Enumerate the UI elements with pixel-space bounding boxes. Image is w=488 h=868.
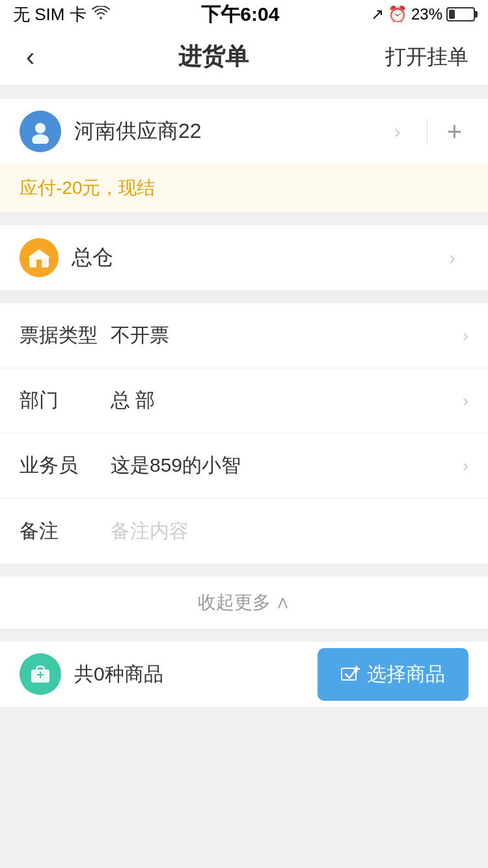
- svg-rect-4: [36, 260, 42, 267]
- back-button[interactable]: ‹: [20, 36, 41, 78]
- bottom-section: 共0种商品 选择商品: [0, 642, 488, 707]
- supplier-section[interactable]: 河南供应商22 › +: [0, 99, 488, 164]
- salesperson-value: 这是859的小智: [111, 452, 463, 479]
- supplier-avatar: [20, 111, 61, 152]
- gap-1: [0, 86, 488, 99]
- warehouse-section[interactable]: 总仓 ›: [0, 225, 488, 290]
- notice-text: 应付-20元，现结: [20, 178, 155, 198]
- location-icon: ↗: [371, 5, 384, 23]
- warehouse-name: 总仓: [72, 243, 449, 272]
- alarm-icon: ⏰: [388, 5, 407, 23]
- warehouse-icon: [20, 238, 59, 277]
- product-icon: [20, 653, 61, 695]
- page-rest: [0, 707, 488, 868]
- svg-point-1: [32, 134, 49, 144]
- remark-input[interactable]: 备注内容: [111, 518, 468, 545]
- supplier-name: 河南供应商22: [74, 117, 394, 146]
- open-pending-button[interactable]: 打开挂单: [385, 43, 468, 72]
- notice-bar: 应付-20元，现结: [0, 164, 488, 212]
- invoice-row[interactable]: 票据类型 不开票 ›: [0, 303, 488, 368]
- invoice-value: 不开票: [111, 322, 463, 349]
- collapse-section[interactable]: 收起更多 ∧: [0, 576, 488, 629]
- dept-chevron-icon: ›: [463, 390, 468, 411]
- dept-label: 部门: [20, 387, 111, 414]
- warehouse-chevron-icon: ›: [449, 247, 455, 269]
- add-supplier-button[interactable]: +: [441, 117, 468, 146]
- supplier-chevron-icon: ›: [394, 120, 401, 142]
- collapse-label[interactable]: 收起更多 ∧: [198, 590, 291, 615]
- salesperson-chevron-icon: ›: [463, 455, 468, 476]
- svg-point-0: [35, 123, 46, 133]
- vertical-divider: [427, 118, 427, 144]
- status-bar: 无 SIM 卡 下午6:04 ↗ ⏰ 23%: [0, 0, 488, 29]
- invoice-chevron-icon: ›: [463, 325, 468, 346]
- select-product-label: 选择商品: [367, 661, 445, 688]
- salesperson-row[interactable]: 业务员 这是859的小智 ›: [0, 433, 488, 498]
- wifi-icon: [92, 5, 110, 25]
- select-product-button[interactable]: 选择商品: [318, 648, 468, 701]
- page-title: 进货单: [178, 41, 249, 73]
- form-section: 票据类型 不开票 › 部门 总 部 › 业务员 这是859的小智 › 备注 备注…: [0, 303, 488, 563]
- invoice-label: 票据类型: [20, 322, 111, 349]
- product-count-text: 共0种商品: [74, 661, 318, 688]
- status-time: 下午6:04: [201, 1, 279, 28]
- carrier-text: 无 SIM 卡: [13, 3, 87, 26]
- dept-row[interactable]: 部门 总 部 ›: [0, 368, 488, 433]
- svg-marker-3: [28, 249, 50, 257]
- battery-percent: 23%: [411, 5, 442, 23]
- nav-bar: ‹ 进货单 打开挂单: [0, 29, 488, 86]
- dept-value: 总 部: [111, 387, 463, 414]
- battery-icon: [446, 7, 475, 21]
- remark-label: 备注: [20, 518, 111, 545]
- salesperson-label: 业务员: [20, 452, 111, 479]
- status-indicators: ↗ ⏰ 23%: [371, 5, 475, 23]
- status-carrier: 无 SIM 卡: [13, 3, 110, 26]
- remark-row[interactable]: 备注 备注内容: [0, 498, 488, 563]
